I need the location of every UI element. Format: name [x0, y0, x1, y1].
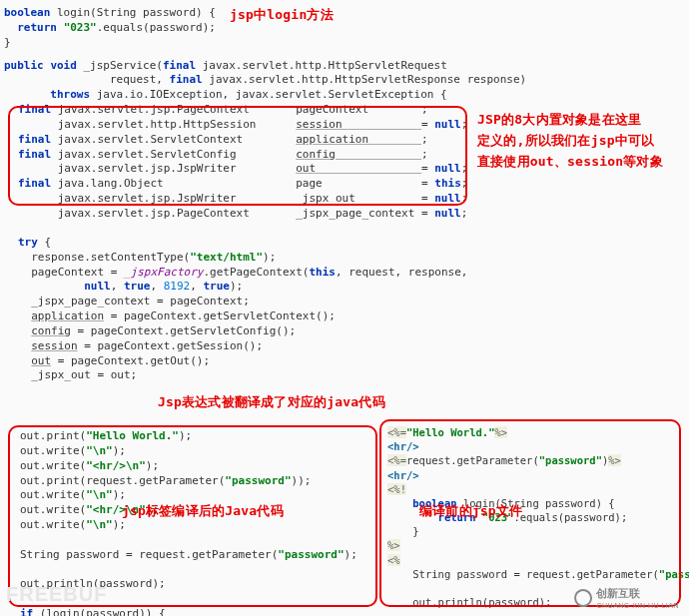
annotation-inner-right: JSP的8大内置对象是在这里 定义的,所以我们在jsp中可以 直接使用out、s…: [477, 110, 663, 172]
logo-icon: [572, 586, 595, 609]
annotation-box-right: 编译前的jsp文件: [419, 502, 522, 520]
code-jspservice: public void _jspService(final javax.serv…: [4, 59, 685, 104]
watermark-left: FREEBUF: [6, 581, 107, 608]
annotation-middle: Jsp表达式被翻译成了对应的java代码: [158, 393, 385, 411]
watermark-right: 创新互联 CHUANG XIN HU LIAN: [574, 586, 679, 610]
code-try-block: try { response.setContentType("text/html…: [18, 236, 685, 383]
annotation-box-left: jsp标签编译后的Java代码: [122, 502, 284, 520]
code-top: boolean login(String password) { return …: [4, 6, 685, 51]
annotation-top: jsp中login方法: [230, 6, 334, 24]
